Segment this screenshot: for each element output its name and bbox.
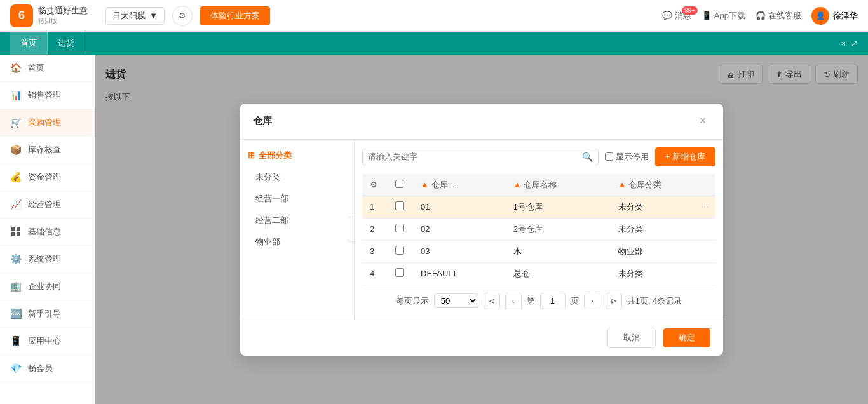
finance-icon: 💰 <box>10 172 22 183</box>
row-action-icon[interactable]: ··· <box>701 201 708 211</box>
sidebar-label-system: 系统管理 <box>28 253 61 265</box>
sidebar-item-enterprise[interactable]: 🏢 企业协同 <box>0 273 95 300</box>
add-warehouse-button[interactable]: + 新增仓库 <box>655 147 715 166</box>
page-number-input[interactable] <box>540 293 566 309</box>
subnav-home[interactable]: 首页 <box>10 32 48 55</box>
row-checkbox[interactable] <box>395 246 404 255</box>
avatar: 👤 <box>811 7 829 25</box>
collapse-panel-button[interactable]: 《 <box>348 217 355 242</box>
category-item-dept2[interactable]: 经营二部 <box>240 210 354 231</box>
home-icon: 🏠 <box>10 62 22 74</box>
warehouse-modal: 仓库 × ⊞ 全部分类 未分类 经营一 <box>240 104 723 356</box>
settings-icon: ⚙ <box>370 180 377 189</box>
last-page-button[interactable]: ⊳ <box>606 293 622 309</box>
row-index: 1 <box>362 196 388 218</box>
select-all-checkbox[interactable] <box>395 180 403 188</box>
sidebar-item-basic[interactable]: 基础信息 <box>0 219 95 246</box>
show-disabled-checkbox[interactable] <box>605 152 613 161</box>
sidebar-item-vip[interactable]: 💎 畅会员 <box>0 355 95 382</box>
search-icon[interactable]: 🔍 <box>582 152 593 162</box>
category-item-dept1[interactable]: 经营一部 <box>240 188 354 210</box>
table-row[interactable]: 3 03 水 物业部 <box>362 240 715 262</box>
modal-footer: 取消 确定 <box>240 320 723 356</box>
row-checkbox[interactable] <box>395 268 404 277</box>
table-row[interactable]: 2 02 2号仓库 未分类 <box>362 218 715 240</box>
grid-icon: ⊞ <box>248 151 255 160</box>
row-checkbox[interactable] <box>395 201 404 210</box>
app-download-button[interactable]: 📱 App下载 <box>702 10 745 22</box>
messages-button[interactable]: 💬 消息 99+ <box>662 10 691 22</box>
svg-rect-1 <box>17 227 20 231</box>
modal-close-button[interactable]: × <box>695 114 710 129</box>
first-page-button[interactable]: ⊲ <box>484 293 500 309</box>
category-item-property[interactable]: 物业部 <box>240 231 354 253</box>
sidebar-item-purchase[interactable]: 🛒 采购管理 <box>0 109 95 137</box>
next-page-button[interactable]: › <box>584 293 600 309</box>
row-index: 2 <box>362 218 388 240</box>
row-name: 水 <box>506 240 611 262</box>
search-box: 🔍 <box>362 149 599 165</box>
row-code: 02 <box>413 218 506 240</box>
online-service-label: 在线客服 <box>768 10 801 22</box>
user-menu[interactable]: 👤 徐泽华 <box>811 7 858 25</box>
trial-button[interactable]: 体验行业方案 <box>200 6 270 25</box>
window-resize-icon[interactable]: ⤢ <box>851 39 858 48</box>
table-row[interactable]: 4 DEFAULT 总仓 未分类 <box>362 262 715 285</box>
settings-button[interactable]: ⚙ <box>172 6 193 26</box>
header-center: 日太阳膜 ▼ ⚙ 体验行业方案 <box>105 6 662 26</box>
search-input[interactable] <box>368 152 582 161</box>
main-content: 进货 🖨 打印 ⬆ 导出 ↻ 刷新 按以下 <box>95 55 868 404</box>
guide-icon: 🆕 <box>10 308 22 320</box>
row-check <box>388 196 413 218</box>
window-close-icon[interactable]: × <box>841 39 846 48</box>
col-code: ▲ 仓库... <box>413 174 506 196</box>
col-settings: ⚙ <box>362 174 388 196</box>
row-check <box>388 262 413 285</box>
sidebar-item-sales[interactable]: 📊 销售管理 <box>0 82 95 109</box>
online-service-button[interactable]: 🎧 在线客服 <box>756 10 801 22</box>
sidebar-item-system[interactable]: ⚙️ 系统管理 <box>0 246 95 273</box>
sidebar-label-operations: 经营管理 <box>28 199 61 210</box>
per-page-label: 每页显示 <box>396 295 429 307</box>
top-header: 6 畅捷通好生意 猪目版 日太阳膜 ▼ ⚙ 体验行业方案 💬 消息 99+ 📱 … <box>0 0 868 32</box>
table-header: ⚙ ▲ 仓库... <box>362 174 715 196</box>
confirm-button[interactable]: 确定 <box>663 328 710 347</box>
category-header[interactable]: ⊞ 全部分类 <box>240 145 354 166</box>
sidebar-label-inventory: 库存核查 <box>28 144 61 156</box>
sidebar-item-operations[interactable]: 📈 经营管理 <box>0 191 95 219</box>
sidebar-item-guide[interactable]: 🆕 新手引导 <box>0 300 95 328</box>
table-row[interactable]: 1 01 1号仓库 未分类 ··· <box>362 196 715 218</box>
row-category: 未分类 <box>611 218 715 240</box>
page-label: 第 <box>527 295 535 307</box>
svg-rect-3 <box>17 232 20 236</box>
category-item-unclassified[interactable]: 未分类 <box>240 166 354 188</box>
store-selector[interactable]: 日太阳膜 ▼ <box>105 7 165 25</box>
subnav-purchase[interactable]: 进货 <box>48 32 85 55</box>
col-name: ▲ 仓库名称 <box>506 174 611 196</box>
svg-rect-2 <box>11 232 15 236</box>
pagination: 每页显示 50 20 100 ⊲ ‹ 第 页 › <box>362 285 715 312</box>
modal-overlay: 仓库 × ⊞ 全部分类 未分类 经营一 <box>95 55 868 404</box>
sidebar-item-home[interactable]: 🏠 首页 <box>0 55 95 82</box>
sidebar-label-guide: 新手引导 <box>28 308 61 320</box>
sidebar-label-sales: 销售管理 <box>28 90 61 101</box>
prev-page-button[interactable]: ‹ <box>505 293 522 309</box>
sidebar-item-apps[interactable]: 📱 应用中心 <box>0 328 95 355</box>
purchase-icon: 🛒 <box>10 117 22 128</box>
sub-navigation: 首页 进货 × ⤢ <box>0 32 868 55</box>
sort-icon-cat: ▲ <box>618 180 627 189</box>
message-badge: 99+ <box>682 6 698 15</box>
logo-area: 6 畅捷通好生意 猪目版 <box>10 4 105 27</box>
system-icon: ⚙️ <box>10 253 22 265</box>
operations-icon: 📈 <box>10 199 22 210</box>
row-checkbox[interactable] <box>395 224 404 232</box>
sidebar-label-purchase: 采购管理 <box>28 117 61 128</box>
sidebar-item-inventory[interactable]: 📦 库存核查 <box>0 137 95 164</box>
show-disabled-toggle[interactable]: 显示停用 <box>605 151 649 163</box>
sort-icon: ▲ <box>421 180 429 189</box>
page-size-select[interactable]: 50 20 100 <box>434 293 478 308</box>
sidebar-item-finance[interactable]: 💰 资金管理 <box>0 164 95 191</box>
logo-text-line1: 畅捷通好生意 <box>38 6 88 17</box>
row-name: 总仓 <box>506 262 611 285</box>
cancel-button[interactable]: 取消 <box>607 328 656 348</box>
